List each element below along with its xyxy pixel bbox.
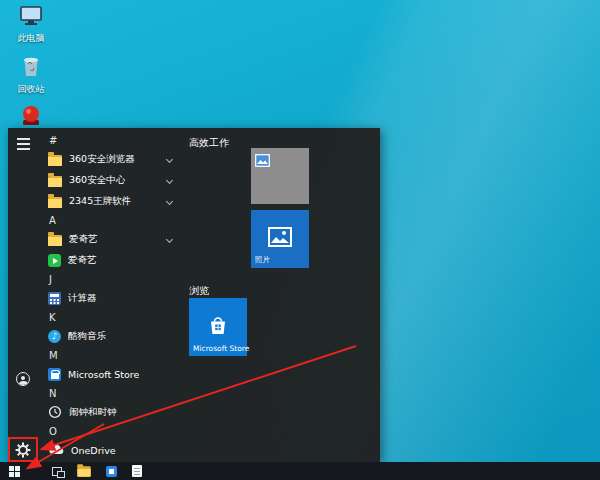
this-pc-label: 此电脑 bbox=[18, 32, 45, 45]
desktop: 此电脑 回收站 bbox=[0, 0, 600, 480]
settings-gear-icon[interactable] bbox=[15, 442, 31, 458]
app-list-item-calculator[interactable]: 计算器 bbox=[38, 288, 183, 309]
clock-icon bbox=[48, 405, 62, 421]
app-list-item-360-browser[interactable]: 360安全浏览器 bbox=[38, 149, 183, 170]
chevron-down-icon[interactable] bbox=[166, 198, 173, 205]
tile-photos[interactable]: 照片 bbox=[251, 210, 309, 268]
taskbar-icons bbox=[52, 465, 142, 477]
this-pc-icon bbox=[18, 5, 44, 31]
desktop-icon-this-pc[interactable]: 此电脑 bbox=[8, 5, 54, 45]
tile-group-title: 浏览 bbox=[189, 284, 209, 298]
start-menu: # 360安全浏览器 360安全中心 2345王牌软件 A 爱奇艺 bbox=[8, 128, 380, 462]
chevron-down-icon[interactable] bbox=[166, 156, 173, 163]
folder-icon bbox=[48, 235, 62, 246]
windows-logo-icon bbox=[9, 466, 20, 477]
app-list-item-kugou[interactable]: 酷狗音乐 bbox=[38, 326, 183, 347]
user-account-icon[interactable] bbox=[16, 372, 30, 386]
calculator-icon bbox=[48, 292, 61, 305]
app-list-item-iqiyi[interactable]: 爱奇艺 bbox=[38, 250, 183, 271]
tile-area: 高效工作 照片 浏览 bbox=[183, 128, 380, 462]
folder-icon bbox=[48, 155, 62, 166]
recycle-bin-label: 回收站 bbox=[18, 83, 45, 96]
app-list-section-header: J bbox=[38, 271, 183, 288]
folder-icon bbox=[48, 176, 62, 187]
chevron-down-icon[interactable] bbox=[166, 236, 173, 243]
app-list-section-header: K bbox=[38, 309, 183, 326]
app-list-item-onedrive[interactable]: OneDrive bbox=[38, 440, 183, 461]
tile-photos-live[interactable] bbox=[251, 148, 309, 204]
folder-icon bbox=[48, 197, 62, 208]
kugou-music-icon bbox=[48, 330, 61, 343]
app-list-item-2345[interactable]: 2345王牌软件 bbox=[38, 191, 183, 212]
hamburger-menu-icon[interactable] bbox=[17, 138, 30, 153]
app-list-item-alarms-clock[interactable]: 闹钟和时钟 bbox=[38, 402, 183, 423]
microsoft-store-icon bbox=[48, 368, 61, 381]
app-list-section-header: # bbox=[38, 132, 183, 149]
photos-icon bbox=[268, 227, 292, 251]
task-view-icon[interactable] bbox=[52, 467, 62, 476]
desktop-icons: 此电脑 回收站 bbox=[8, 5, 54, 131]
chevron-down-icon[interactable] bbox=[166, 177, 173, 184]
photo-thumbnail-icon bbox=[255, 152, 270, 171]
app-list-section-header: O bbox=[38, 423, 183, 440]
taskbar bbox=[0, 462, 600, 480]
app-list-section-header: M bbox=[38, 347, 183, 364]
tile-label: Microsoft Store bbox=[193, 344, 249, 353]
tile-microsoft-store[interactable]: Microsoft Store bbox=[189, 298, 247, 356]
cloud-icon bbox=[48, 444, 64, 457]
tile-label: 照片 bbox=[255, 255, 270, 265]
app-list-item-iqiyi-folder[interactable]: 爱奇艺 bbox=[38, 229, 183, 250]
document-app-icon[interactable] bbox=[132, 465, 142, 477]
app-list-section-header: N bbox=[38, 385, 183, 402]
app-list: # 360安全浏览器 360安全中心 2345王牌软件 A 爱奇艺 bbox=[38, 128, 183, 462]
start-menu-rail bbox=[8, 128, 38, 462]
app-list-item-360-center[interactable]: 360安全中心 bbox=[38, 170, 183, 191]
store-bag-icon bbox=[207, 315, 229, 339]
iqiyi-icon bbox=[48, 254, 61, 267]
app-list-item-microsoft-store[interactable]: Microsoft Store bbox=[38, 364, 183, 385]
taskbar-store-icon[interactable] bbox=[106, 466, 117, 477]
file-explorer-icon[interactable] bbox=[77, 466, 90, 476]
recycle-bin-icon bbox=[20, 54, 42, 82]
tile-group-title: 高效工作 bbox=[189, 136, 229, 150]
app-list-section-header: A bbox=[38, 212, 183, 229]
desktop-icon-recycle-bin[interactable]: 回收站 bbox=[8, 54, 54, 96]
start-button[interactable] bbox=[0, 466, 28, 477]
